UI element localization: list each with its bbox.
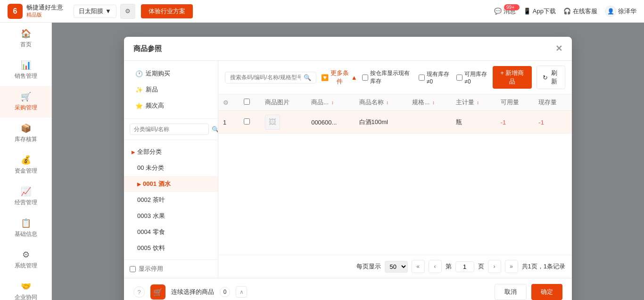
sidebar-item-system[interactable]: ⚙ 系统管理: [0, 244, 51, 275]
sidebar-item-management[interactable]: 📈 经营管理: [0, 181, 51, 212]
col-code[interactable]: 商品... ↕: [306, 94, 354, 111]
cat-item-0003[interactable]: 0003 水果: [124, 208, 218, 224]
sidebar-item-label: 库存核算: [15, 135, 37, 143]
app-download-btn[interactable]: 📱 App下载: [523, 7, 556, 16]
col-settings[interactable]: ⚙: [218, 94, 239, 111]
sidebar-item-label: 销售管理: [15, 72, 37, 80]
message-btn[interactable]: 💬 消息 99++: [494, 7, 516, 16]
cell-name: 白酒100ml: [355, 111, 408, 134]
cat-item-0002[interactable]: 0002 茶叶: [124, 192, 218, 208]
confirm-button[interactable]: 确定: [531, 284, 562, 300]
gear-button[interactable]: ⚙: [120, 4, 135, 19]
cat-item-0001[interactable]: ▶ 0001 酒水: [124, 176, 218, 192]
sidebar-item-home[interactable]: 🏠 首页: [0, 23, 51, 54]
nav-selector[interactable]: 日太阳膜 ▼: [74, 5, 116, 18]
purchase-icon: 🛒: [21, 92, 31, 102]
cat-item-0005[interactable]: 0005 饮料: [124, 240, 218, 256]
recent-purchase-item[interactable]: 🕐 近期购买: [130, 66, 212, 82]
pagination-row: 每页显示 50 « ‹ 第 页 › » 共1页，1条记录: [218, 255, 572, 278]
cat-item-0008[interactable]: 0008 水: [124, 256, 218, 259]
logo-area: 6 畅捷通好生意 精品版: [8, 4, 64, 19]
sidebar-item-sales[interactable]: 📊 销售管理: [0, 54, 51, 86]
warehouse-display-checkbox[interactable]: [362, 75, 368, 81]
stock-nonzero-checkbox-label[interactable]: 现有库存≠0: [419, 70, 450, 85]
add-product-btn[interactable]: + 新增商品: [493, 66, 532, 89]
edition-label: 精品版: [26, 11, 63, 18]
modal-footer: ? 🛒 连续选择的商品 0 ∧ 取消 确定: [124, 278, 572, 300]
available-nonzero-checkbox[interactable]: [456, 75, 462, 81]
page-label: 第: [446, 262, 452, 271]
modal-close-button[interactable]: ✕: [555, 43, 562, 54]
new-products-item[interactable]: ✨ 新品: [130, 82, 212, 98]
product-search-input[interactable]: [230, 74, 301, 81]
top-nav: 6 畅捷通好生意 精品版 日太阳膜 ▼ ⚙ 体验行业方案 💬 消息 99++ 📱…: [0, 0, 644, 23]
experience-btn[interactable]: 体验行业方案: [141, 4, 193, 18]
sidebar-item-label: 系统管理: [15, 262, 37, 270]
product-search-icon[interactable]: 🔍: [304, 74, 311, 81]
sidebar-item-enterprise[interactable]: 🤝 企业协同: [0, 275, 51, 300]
sidebar-item-label: 首页: [20, 41, 32, 49]
sidebar-item-inventory[interactable]: 📦 库存核算: [0, 117, 51, 149]
category-tree: ▶ 全部分类 00 未分类 ▶ 0001 酒水 0002 茶叶 0003 水果: [124, 140, 218, 259]
warehouse-display-checkbox-label[interactable]: 按仓库显示现有库存: [362, 69, 412, 85]
logo-icon: 6: [8, 4, 23, 19]
select-all-checkbox[interactable]: [244, 99, 250, 105]
row-checkbox[interactable]: [244, 118, 250, 125]
sidebar-item-label: 企业协同: [15, 293, 37, 300]
online-service-btn[interactable]: 🎧 在线客服: [563, 7, 597, 16]
sidebar-item-finance[interactable]: 💰 资金管理: [0, 149, 51, 181]
inventory-icon: 📦: [21, 123, 31, 133]
modal-header: 商品参照 ✕: [124, 37, 572, 61]
per-page-select[interactable]: 50: [385, 261, 408, 273]
col-checkbox[interactable]: [239, 94, 260, 111]
help-button[interactable]: ?: [133, 286, 145, 298]
brand-name: 畅捷通好生意: [26, 4, 63, 12]
last-page-btn[interactable]: »: [505, 260, 518, 273]
show-disabled-label: 显示停用: [139, 265, 163, 273]
col-unit[interactable]: 主计量 ↕: [451, 94, 496, 111]
cell-index: 1: [218, 111, 239, 134]
sort-unit-icon: ↕: [477, 100, 479, 105]
quick-access-section: 🕐 近期购买 ✨ 新品 ⭐ 频次高: [124, 61, 218, 119]
cat-item-all[interactable]: ▶ 全部分类: [124, 144, 218, 160]
table-header: ⚙ 商品图片 商品... ↕ 商品名称 ↕: [218, 94, 572, 111]
next-page-btn[interactable]: ›: [488, 260, 501, 273]
sidebar: 🏠 首页 📊 销售管理 🛒 采购管理 📦 库存核算 💰 资金管理 📈 经营管理 …: [0, 23, 52, 300]
show-disabled-checkbox[interactable]: [130, 266, 136, 272]
cat-item-0004[interactable]: 0004 零食: [124, 224, 218, 240]
sidebar-item-basic[interactable]: 📋 基础信息: [0, 212, 51, 244]
footer-collapse-btn[interactable]: ∧: [236, 286, 247, 298]
table-row[interactable]: 1 🖼 000600... 白酒100ml 瓶 -1 -1: [218, 111, 572, 134]
col-name[interactable]: 商品名称 ↕: [355, 94, 408, 111]
expand-icon: ▶: [132, 150, 135, 155]
cancel-button[interactable]: 取消: [495, 284, 527, 300]
cell-unit: 瓶: [451, 111, 496, 134]
modal-title: 商品参照: [133, 44, 162, 53]
available-nonzero-checkbox-label[interactable]: 可用库存≠0: [456, 70, 488, 85]
filter-more-btn[interactable]: 🔽 更多条件 ▲: [321, 69, 357, 86]
col-spec[interactable]: 规格... ↕: [407, 94, 451, 111]
refresh-btn[interactable]: ↻ 刷新: [537, 66, 565, 89]
prev-page-btn[interactable]: ‹: [429, 260, 442, 273]
stock-nonzero-checkbox[interactable]: [419, 75, 425, 81]
cat-item-00[interactable]: 00 未分类: [124, 160, 218, 176]
cell-available: -1: [496, 111, 534, 134]
mobile-icon: 📱: [523, 8, 531, 15]
basic-icon: 📋: [21, 218, 31, 228]
category-search-input[interactable]: [130, 124, 209, 135]
cell-stock: -1: [534, 111, 572, 134]
frequent-item[interactable]: ⭐ 频次高: [130, 98, 212, 114]
product-search-box[interactable]: 🔍: [225, 72, 316, 83]
user-profile[interactable]: 👤 徐泽华: [605, 6, 636, 17]
toolbar-row: 🔍 🔽 更多条件 ▲ 按仓库显示现有库存: [218, 61, 572, 94]
shopping-cart-icon: 🛒: [153, 288, 163, 297]
category-search-icon[interactable]: 🔍: [212, 126, 218, 133]
continuous-label: 连续选择的商品: [171, 288, 214, 296]
arrow-icon: ▶: [137, 182, 141, 187]
sidebar-item-purchase[interactable]: 🛒 采购管理: [0, 86, 51, 117]
sort-spec-icon: ↕: [432, 100, 435, 105]
cell-checkbox[interactable]: [239, 111, 260, 134]
page-number-input[interactable]: [455, 261, 474, 272]
first-page-btn[interactable]: «: [412, 260, 425, 273]
cell-image: 🖼: [260, 111, 306, 134]
